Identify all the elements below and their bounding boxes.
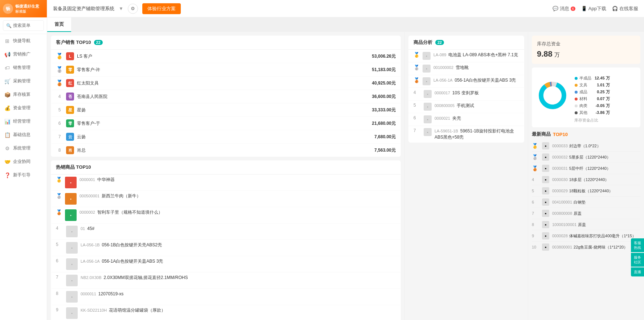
sidebar-item-marketing[interactable]: 📢营销推广 bbox=[0, 48, 47, 61]
customer-badge-2: 零 bbox=[66, 66, 74, 74]
legend-color-dot bbox=[575, 84, 578, 87]
legend-value: 1.01 万 bbox=[597, 82, 610, 88]
legend-item: 材料 0.07 万 bbox=[575, 96, 610, 102]
legend-label: 其他 bbox=[579, 110, 592, 115]
hot-product-row-6: 6▪ LA-056-1A056-1A白色按键开关盖ABS 3壳 bbox=[51, 256, 401, 272]
product-rank-thumb-7: ▪ bbox=[424, 128, 432, 136]
product-thumb-2: ▪ bbox=[65, 193, 77, 205]
product-rank-thumb-6: ▪ bbox=[424, 115, 432, 123]
product-rank-row-1: 🥇 ▪ LA-089电池盖 LA-089 ABS本色+黑种 7.1克 bbox=[408, 50, 524, 62]
product-thumb-4: ▪ bbox=[66, 226, 78, 237]
customer-row-3: 🥉 红 红太阳文具 40,925.00元 bbox=[51, 77, 401, 90]
legend-color-dot bbox=[575, 91, 578, 94]
product-rank-row-4: 4 ▪ 000001710S 变刹罗板 bbox=[408, 88, 524, 100]
new-products-section: 最新商品 TOP10 🥇 ▪ 0000033封边带（1.0*22） 🥈 ▪ 00… bbox=[532, 131, 640, 253]
customer-badge-7: 云 bbox=[66, 133, 74, 141]
settings-gear-button[interactable]: ⚙ bbox=[128, 4, 138, 14]
legend-label: 文具 bbox=[579, 82, 594, 88]
inventory-unit: 万 bbox=[554, 52, 560, 58]
donut-legend: 半成品 12.45 万 文具 1.01 万 成品 0.25 万 材料 0.07 … bbox=[575, 75, 610, 115]
float-btn-2[interactable]: 直播 bbox=[631, 267, 644, 276]
hot-product-info-1: 0000001中华神器 bbox=[80, 177, 396, 183]
trial-plan-button[interactable]: 体验行业方案 bbox=[142, 3, 181, 14]
topbar: 装备及固定资产辅助管理系统 ▼ ⚙ 体验行业方案 💬 消息 6 📱 App下载 … bbox=[47, 0, 644, 17]
customer-badge-8: 肖 bbox=[66, 146, 74, 154]
float-btn-1[interactable]: 服务 社区 bbox=[631, 253, 644, 267]
legend-value: 0.07 万 bbox=[597, 96, 610, 102]
np-thumb-6: ▪ bbox=[542, 198, 549, 206]
sidebar-item-purchase[interactable]: 🛒采购管理 bbox=[0, 74, 47, 88]
hot-product-row-2: 🥈▪ 000500001新西兰牛肉（新牛） bbox=[51, 191, 401, 207]
sidebar-item-operations[interactable]: 📊经营管理 bbox=[0, 115, 47, 128]
service-icon: 🎧 bbox=[612, 6, 618, 11]
product-rank-num-7: 7 bbox=[413, 128, 421, 133]
product-rank-row-2: 🥈 ▪ 001000002雪地靴 bbox=[408, 62, 524, 75]
np-thumb-2: ▪ bbox=[542, 153, 549, 161]
customer-value-1: 53,006.26元 bbox=[372, 53, 396, 60]
app-download-button[interactable]: 📱 App下载 bbox=[581, 5, 606, 12]
hot-product-row-1: 🥇▪ 0000001中华神器 bbox=[51, 175, 401, 191]
customer-value-7: 7,680.00元 bbox=[374, 134, 396, 140]
np-info-6: 004100001白钢垫 bbox=[552, 200, 640, 205]
sidebar-label-marketing: 营销推广 bbox=[13, 51, 30, 57]
customer-sales-header: 客户销售 TOP10 22 bbox=[51, 36, 401, 50]
rank-5: 5 bbox=[56, 242, 63, 247]
product-thumb-5: ▪ bbox=[66, 242, 78, 254]
sidebar-item-finance[interactable]: 💰资金管理 bbox=[0, 101, 47, 115]
new-product-row-1: 🥇 ▪ 0000033封边带（1.0*22） bbox=[532, 140, 640, 152]
online-service-label: 在线客服 bbox=[619, 5, 638, 12]
hot-products-title: 热销商品 TOP10 bbox=[56, 164, 91, 171]
sidebar-icon-guide: ❓ bbox=[4, 172, 10, 178]
medal-2: 🥈 bbox=[56, 193, 62, 199]
hot-product-info-7: NB2.0X30B2.0X30MM双搓花轴,搓花直径2.1MM/ROHS bbox=[81, 275, 396, 281]
sidebar-item-basic-info[interactable]: 📋基础信息 bbox=[0, 128, 47, 141]
notification-button[interactable]: 💬 消息 6 bbox=[553, 5, 575, 12]
product-rank-row-7: 7 ▪ LA-59651-1B59651-1B旋转投影灯电池盒ABS黑色+58壳 bbox=[408, 126, 524, 143]
legend-color-dot bbox=[575, 104, 578, 107]
legend-label: 材料 bbox=[579, 96, 594, 102]
donut-chart-container: 半成品 12.45 万 文具 1.01 万 成品 0.25 万 材料 0.07 … bbox=[536, 72, 636, 119]
tab-home[interactable]: 首页 bbox=[47, 17, 71, 32]
sidebar-icon-quick-nav: ⊞ bbox=[4, 38, 10, 44]
sidebar: 畅 畅捷通好生意 标准版 🔍 搜索菜单 ⊞快捷导航📢营销推广🏷销售管理🛒采购管理… bbox=[0, 0, 47, 320]
float-btn-0[interactable]: 客服 热线 bbox=[631, 238, 644, 252]
notification-badge: 6 bbox=[571, 7, 575, 11]
customer-sales-badge: 22 bbox=[94, 40, 103, 45]
sidebar-item-quick-nav[interactable]: ⊞快捷导航 bbox=[0, 34, 47, 48]
product-thumb-9: ▪ bbox=[66, 307, 78, 319]
np-rank-7: 7 bbox=[532, 211, 539, 216]
sidebar-nav: ⊞快捷导航📢营销推广🏷销售管理🛒采购管理📦库存核算💰资金管理📊经营管理📋基础信息… bbox=[0, 34, 47, 320]
left-column: 客户销售 TOP10 22 🥇 L LS 客户 53,006.26元🥈 零 零售… bbox=[47, 32, 404, 320]
sidebar-item-system[interactable]: ⚙系统管理 bbox=[0, 141, 47, 155]
product-rank-thumb-2: ▪ bbox=[423, 65, 431, 73]
np-info-1: 0000033封边带（1.0*22） bbox=[552, 143, 640, 149]
np-info-2: 00000325厘多层（1220*2440） bbox=[552, 155, 640, 160]
customer-row-2: 🥈 零 零售客户-许 51,183.00元 bbox=[51, 63, 401, 77]
hot-product-info-5: LA-056-1B056-1B白色按键开关壳ABS2壳 bbox=[81, 242, 396, 248]
notification-icon: 💬 bbox=[553, 6, 558, 11]
new-product-row-5: 5 ▪ 000002918颗粒板（1220*2440） bbox=[532, 185, 640, 197]
np-info-7: 000800008原盖 bbox=[552, 211, 640, 216]
legend-color-dot bbox=[575, 111, 578, 114]
rank-medal-2: 🥈 bbox=[413, 65, 420, 70]
product-thumb-1: ▪ bbox=[65, 177, 77, 188]
legend-value: -0.05 万 bbox=[595, 103, 610, 108]
rank-num-6: 6 bbox=[56, 121, 63, 126]
search-menu-button[interactable]: 🔍 搜索菜单 bbox=[3, 20, 44, 31]
new-products-list: 🥇 ▪ 0000033封边带（1.0*22） 🥈 ▪ 00000325厘多层（1… bbox=[532, 140, 640, 253]
sidebar-search-section: 🔍 搜索菜单 bbox=[0, 17, 47, 34]
sidebar-label-basic-info: 基础信息 bbox=[13, 132, 30, 138]
online-service-button[interactable]: 🎧 在线客服 bbox=[612, 5, 638, 12]
customer-name-2: 零售客户-许 bbox=[77, 67, 369, 73]
sidebar-item-guide[interactable]: ❓新手引导 bbox=[0, 168, 47, 182]
sidebar-item-inventory[interactable]: 📦库存核算 bbox=[0, 88, 47, 101]
legend-item: 半成品 12.45 万 bbox=[575, 75, 610, 81]
rank-8: 8 bbox=[56, 291, 63, 296]
np-thumb-3: ▪ bbox=[542, 165, 549, 172]
hot-product-info-8: 000001112070519-xs bbox=[81, 291, 396, 297]
customer-name-4: 苍南县人民医院 bbox=[77, 94, 369, 100]
sidebar-item-sales[interactable]: 🏷销售管理 bbox=[0, 61, 47, 74]
sidebar-item-enterprise[interactable]: 🤝企业协同 bbox=[0, 155, 47, 168]
legend-item: 成品 0.25 万 bbox=[575, 89, 610, 95]
product-thumb-7: ▪ bbox=[66, 275, 78, 286]
